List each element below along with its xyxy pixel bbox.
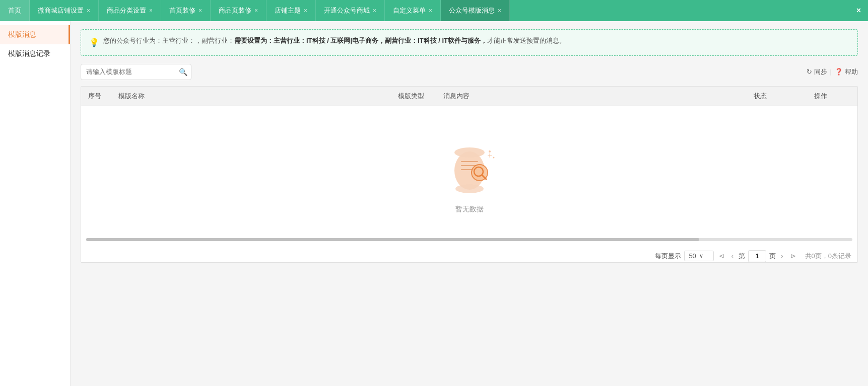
- per-page-label: 每页显示: [655, 252, 681, 261]
- last-page-button[interactable]: ⊳: [788, 251, 798, 261]
- sync-icon: ↻: [807, 68, 812, 75]
- next-page-button[interactable]: ›: [779, 251, 785, 261]
- toolbar-right: ↻ 同步 | ❓ 帮助: [807, 67, 858, 76]
- help-button[interactable]: ❓ 帮助: [835, 67, 858, 76]
- prev-page-button[interactable]: ‹: [729, 251, 736, 261]
- th-name: 模版名称: [111, 87, 391, 106]
- svg-point-2: [455, 184, 484, 193]
- close-tab-theme[interactable]: ×: [304, 7, 307, 14]
- sync-button[interactable]: ↻ 同步: [807, 67, 827, 76]
- svg-point-1: [454, 147, 485, 158]
- nav-tab-homepage[interactable]: 首页装修×: [161, 0, 211, 21]
- table-header: 序号模版名称模版类型消息内容状态操作: [81, 87, 857, 106]
- scrollbar-track: [86, 238, 852, 241]
- toolbar-divider: |: [830, 68, 832, 75]
- page-label-pre: 第: [739, 252, 745, 261]
- empty-illustration: [439, 136, 500, 197]
- nav-tab-category[interactable]: 商品分类设置×: [99, 0, 161, 21]
- close-tab-openstore[interactable]: ×: [373, 7, 376, 14]
- top-nav: 首页微商城店铺设置×商品分类设置×首页装修×商品页装修×店铺主题×开通公众号商城…: [0, 0, 868, 21]
- th-action: 操作: [807, 87, 857, 106]
- chevron-down-icon: ∨: [699, 253, 703, 259]
- nav-tab-custommenu[interactable]: 自定义菜单×: [385, 0, 441, 21]
- close-tab-templatemsg[interactable]: ×: [498, 7, 501, 14]
- close-tab-category[interactable]: ×: [149, 7, 153, 14]
- table-wrapper: 序号模版名称模版类型消息内容状态操作: [81, 86, 858, 263]
- close-all-button[interactable]: ×: [849, 6, 868, 15]
- toolbar-left: 🔍: [81, 64, 191, 80]
- svg-point-9: [489, 150, 491, 152]
- search-input[interactable]: [81, 64, 191, 80]
- table-empty-row: 暂无数据: [81, 106, 857, 234]
- page-size-select[interactable]: 50 ∨: [684, 251, 713, 261]
- main-layout: 模版消息模版消息记录 💡 您的公众号行业为：主营行业：，副营行业：需要设置为：主…: [0, 21, 868, 386]
- page-label-post: 页: [769, 252, 776, 261]
- th-seq: 序号: [81, 87, 111, 106]
- close-tab-productpage[interactable]: ×: [254, 7, 258, 14]
- nav-tab-home[interactable]: 首页: [0, 0, 30, 21]
- sidebar: 模版消息模版消息记录: [0, 21, 71, 386]
- data-table: 序号模版名称模版类型消息内容状态操作: [81, 87, 857, 234]
- close-tab-homepage[interactable]: ×: [198, 7, 202, 14]
- nav-tab-weishop[interactable]: 微商城店铺设置×: [30, 0, 99, 21]
- nav-tab-theme[interactable]: 店铺主题×: [266, 0, 316, 21]
- sidebar-item-template-message[interactable]: 模版消息: [0, 25, 70, 44]
- nav-tab-productpage[interactable]: 商品页装修×: [211, 0, 266, 21]
- search-icon[interactable]: 🔍: [179, 68, 187, 76]
- help-icon: ❓: [835, 68, 843, 75]
- th-status: 状态: [747, 87, 807, 106]
- scrollbar-thumb: [86, 238, 699, 241]
- th-type: 模版类型: [391, 87, 436, 106]
- first-page-button[interactable]: ⊲: [717, 251, 726, 261]
- content-area: 💡 您的公众号行业为：主营行业：，副营行业：需要设置为：主营行业：IT科技 / …: [71, 21, 868, 386]
- close-tab-custommenu[interactable]: ×: [429, 7, 432, 14]
- empty-text: 暂无数据: [455, 205, 484, 214]
- horizontal-scrollbar[interactable]: [81, 234, 857, 245]
- pagination-summary: 共0页，0条记录: [805, 252, 851, 261]
- notice-text: 您的公众号行业为：主营行业：，副营行业：需要设置为：主营行业：IT科技 / 互联…: [103, 36, 566, 46]
- current-page-input[interactable]: [748, 250, 766, 262]
- svg-point-10: [493, 157, 494, 158]
- empty-state: 暂无数据: [81, 106, 857, 234]
- sidebar-item-template-record[interactable]: 模版消息记录: [0, 44, 70, 63]
- th-content: 消息内容: [436, 87, 747, 106]
- notice-icon: 💡: [89, 36, 99, 49]
- toolbar: 🔍 ↻ 同步 | ❓ 帮助: [81, 64, 858, 80]
- notice-banner: 💡 您的公众号行业为：主营行业：，副营行业：需要设置为：主营行业：IT科技 / …: [81, 29, 858, 56]
- nav-tab-openstore[interactable]: 开通公众号商城×: [316, 0, 385, 21]
- page-size-value: 50: [689, 252, 696, 260]
- close-tab-weishop[interactable]: ×: [87, 7, 90, 14]
- nav-tab-templatemsg[interactable]: 公众号模版消息×: [441, 0, 510, 21]
- pagination: 每页显示 50 ∨ ⊲ ‹ 第 页 › ⊳ 共0页，0条记录: [81, 245, 857, 262]
- search-input-wrapper: 🔍: [81, 64, 191, 80]
